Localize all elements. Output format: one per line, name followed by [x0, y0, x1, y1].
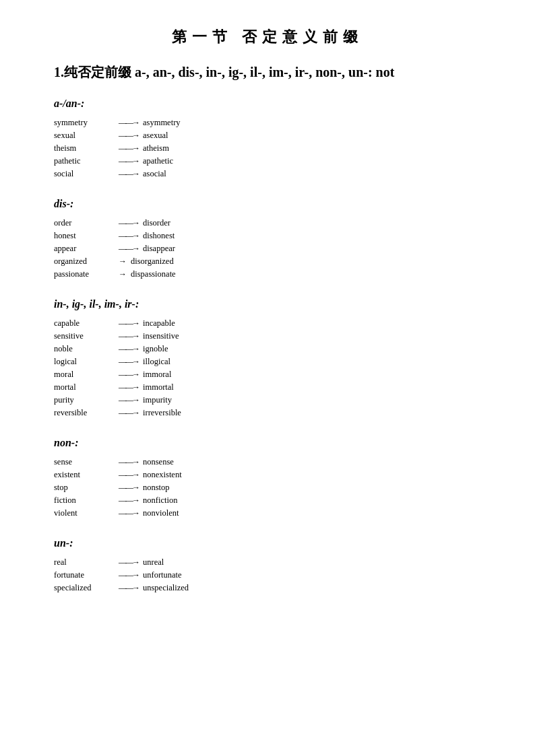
word-from: specialized [54, 583, 115, 593]
word-to: unreal [143, 557, 164, 568]
word-row: organizeddisorganized [54, 256, 481, 267]
word-row: sexualasexual [54, 131, 481, 141]
word-section-un: un-:realunrealfortunateunfortunatespecia… [54, 537, 481, 593]
word-from: moral [54, 370, 115, 380]
word-row: fortunateunfortunate [54, 570, 481, 580]
arrow-icon [119, 131, 139, 141]
arrow-icon [119, 357, 139, 367]
word-row: fictionnonfiction [54, 495, 481, 506]
word-to: illogical [143, 357, 170, 367]
word-to: apathetic [143, 156, 173, 166]
arrow-icon [119, 244, 139, 254]
word-to: disorder [143, 218, 170, 228]
word-to: insensitive [143, 331, 179, 341]
page-title: 第一节 否定意义前缀 [54, 27, 481, 47]
word-from: social [54, 169, 115, 179]
word-to: unspecialized [143, 583, 189, 593]
word-row: mortalimmortal [54, 382, 481, 392]
arrow-icon [119, 583, 139, 593]
word-from: capable [54, 318, 115, 329]
sub-heading-in_ig_il_im_ir: in-, ig-, il-, im-, ir-: [54, 298, 481, 310]
word-to: disappear [143, 244, 175, 254]
arrow-icon [119, 169, 139, 179]
word-row: nobleignoble [54, 344, 481, 354]
word-to: dispassionate [131, 269, 176, 279]
arrow-icon [119, 395, 139, 405]
word-to: impurity [143, 395, 172, 405]
word-row: purityimpurity [54, 395, 481, 405]
arrow-icon [119, 118, 139, 128]
word-row: orderdisorder [54, 218, 481, 228]
arrow-icon [119, 470, 139, 480]
word-to: asexual [143, 131, 168, 141]
arrow-icon [119, 408, 139, 418]
word-from: fiction [54, 495, 115, 506]
word-from: sexual [54, 131, 115, 141]
word-from: organized [54, 256, 115, 267]
word-row: socialasocial [54, 169, 481, 179]
arrow-icon [119, 218, 139, 228]
word-to: nonviolent [143, 508, 179, 518]
word-from: fortunate [54, 570, 115, 580]
arrow-icon [119, 143, 139, 153]
word-row: capableincapable [54, 318, 481, 329]
word-to: nonstop [143, 483, 170, 493]
word-from: real [54, 557, 115, 568]
arrow-icon [119, 231, 139, 241]
word-to: asocial [143, 169, 166, 179]
arrow-icon [119, 495, 139, 506]
section1-heading: 1.纯否定前缀 a-, an-, dis-, in-, ig-, il-, im… [54, 63, 481, 81]
word-from: logical [54, 357, 115, 367]
arrow-icon [119, 344, 139, 354]
word-row: symmetryasymmetry [54, 118, 481, 128]
word-to: nonfiction [143, 495, 177, 506]
word-row: specializedunspecialized [54, 583, 481, 593]
arrow-icon [119, 557, 139, 568]
word-to: disorganized [131, 256, 174, 267]
word-row: passionatedispassionate [54, 269, 481, 279]
arrow-icon [119, 269, 127, 279]
word-row: realunreal [54, 557, 481, 568]
word-row: reversibleirreversible [54, 408, 481, 418]
word-section-dis: dis-:orderdisorderhonestdishonestappeard… [54, 198, 481, 279]
word-section-in_ig_il_im_ir: in-, ig-, il-, im-, ir-:capableincapable… [54, 298, 481, 418]
sub-heading-un: un-: [54, 537, 481, 549]
word-row: logicalillogical [54, 357, 481, 367]
word-from: sensitive [54, 331, 115, 341]
word-from: order [54, 218, 115, 228]
word-from: sense [54, 457, 115, 467]
word-from: appear [54, 244, 115, 254]
arrow-icon [119, 483, 139, 493]
word-from: passionate [54, 269, 115, 279]
word-from: violent [54, 508, 115, 518]
word-row: moralimmoral [54, 370, 481, 380]
arrow-icon [119, 382, 139, 392]
word-from: honest [54, 231, 115, 241]
word-section-a_an: a-/an-:symmetryasymmetrysexualasexualthe… [54, 98, 481, 179]
word-from: existent [54, 470, 115, 480]
arrow-icon [119, 156, 139, 166]
word-to: dishonest [143, 231, 175, 241]
word-row: sensenonsense [54, 457, 481, 467]
sub-heading-non: non-: [54, 437, 481, 449]
word-to: irreversible [143, 408, 181, 418]
word-row: sensitiveinsensitive [54, 331, 481, 341]
word-to: unfortunate [143, 570, 182, 580]
word-section-non: non-:sensenonsenseexistentnonexistentsto… [54, 437, 481, 518]
word-from: symmetry [54, 118, 115, 128]
arrow-icon [119, 508, 139, 518]
word-to: immortal [143, 382, 174, 392]
word-row: appeardisappear [54, 244, 481, 254]
word-row: existentnonexistent [54, 470, 481, 480]
word-to: ignoble [143, 344, 168, 354]
word-from: mortal [54, 382, 115, 392]
word-row: stopnonstop [54, 483, 481, 493]
word-to: asymmetry [143, 118, 181, 128]
word-to: immoral [143, 370, 171, 380]
sub-heading-dis: dis-: [54, 198, 481, 210]
sub-heading-a_an: a-/an-: [54, 98, 481, 110]
word-from: pathetic [54, 156, 115, 166]
word-from: theism [54, 143, 115, 153]
word-to: incapable [143, 318, 175, 329]
word-from: noble [54, 344, 115, 354]
